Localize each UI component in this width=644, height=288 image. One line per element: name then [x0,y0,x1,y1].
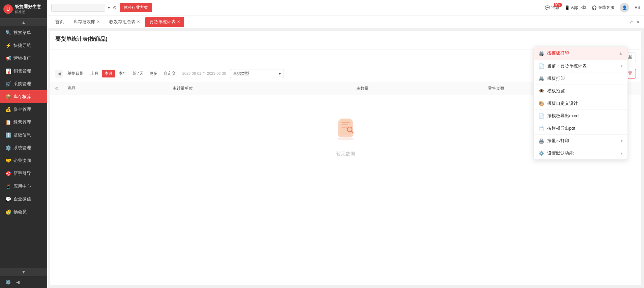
app-download-label: App下载 [571,5,586,10]
dropdown-title: 按模板打印 [547,50,569,56]
sidebar-item-purchase[interactable]: 🛒 采购管理 [0,77,47,90]
dropdown-export-excel[interactable]: 📄 按模板导出excel [534,110,627,122]
set-default-icon: ⚙️ [538,151,544,156]
sidebar-item-wechat[interactable]: 💬 企业微信 [0,193,47,205]
notification-badge: 99+ [554,3,562,7]
service-icon: 🎧 [592,5,597,10]
dropdown-template-design[interactable]: 🎨 模板自定义设计 [534,97,627,110]
tab-close-order-stats[interactable]: ✕ [177,20,180,24]
search-icon: 🔍 [5,30,11,35]
tab-receipt-summary[interactable]: 收发存汇总表 ✕ [105,17,144,27]
sidebar-item-operation[interactable]: 📋 经营管理 [0,116,47,129]
date-btn-this-year[interactable]: 本年 [116,70,129,77]
app-logo-text: 畅捷通好生意 标准版 [15,4,41,14]
app-download-btn[interactable]: 📱 App下载 [565,5,586,10]
type-filter-label: 单据类型 [233,71,249,76]
col-product: 商品 [63,82,169,95]
settings-icon[interactable]: ⚙️ [5,280,11,285]
type-filter-select[interactable]: 单据类型 ▾ [230,69,284,78]
sidebar-item-label: 销售管理 [13,68,31,74]
tab-close-receipt-summary[interactable]: ✕ [137,20,140,24]
dropdown-display-print[interactable]: 🖨️ 按显示打印 ▾ [534,135,627,147]
user-name[interactable]: Rit [635,5,640,10]
tab-batch-account[interactable]: 库存批次账 ✕ [69,17,104,27]
online-service-btn[interactable]: 🎧 在线客服 [592,5,614,10]
topbar-search-input[interactable] [51,4,105,12]
topbar-right: 💬 消息 99+ 📱 App下载 🎧 在线客服 👤 Rit [545,3,640,12]
sidebar-item-label: 快捷导航 [13,42,31,49]
display-print-icon: 🖨️ [538,138,544,143]
money-icon: 💰 [5,107,11,112]
date-btn-7days[interactable]: 近7天 [130,70,146,77]
date-buttons: 上月 本月 本年 近7天 更多 自定义 [88,70,178,77]
handshake-icon: 🤝 [5,158,11,163]
dropdown-template-preview[interactable]: 👁️ 模板预览 [534,85,627,97]
sidebar-item-sales[interactable]: 📊 销售管理 [0,65,47,77]
col-unit: 主计量单位 [169,82,352,95]
online-service-label: 在线客服 [598,5,614,10]
col-qty: 主数量 [352,82,484,95]
template-design-icon: 🎨 [538,101,544,106]
sidebar-item-inventory[interactable]: 📦 库存核算 [0,90,47,103]
sidebar-item-label: 应用中心 [13,183,31,189]
target-icon: 🎯 [5,171,11,176]
sidebar-item-cooperation[interactable]: 🤝 企业协同 [0,154,47,167]
tab-close-all-icon[interactable]: ✕ [636,19,640,25]
sidebar-item-member[interactable]: 👑 畅会员 [0,205,47,218]
sidebar-item-label: 系统管理 [13,145,31,151]
sidebar-item-finance[interactable]: 💰 资金管理 [0,103,47,116]
dropdown-template-print[interactable]: 🖨️ 模板打印 [534,72,627,85]
sidebar-nav: 🔍 搜索菜单 ⚡ 快捷导航 📢 营销推广 📊 销售管理 🛒 采购管理 📦 库存核… [0,26,47,268]
sidebar-item-guide[interactable]: 🎯 新手引导 [0,167,47,180]
sidebar-item-system[interactable]: ⚙️ 系统管理 [0,141,47,154]
wechat-icon: 💬 [5,196,11,202]
date-btn-last-month[interactable]: 上月 [88,70,101,77]
sidebar-footer: ⚙️ ◀ [0,276,47,288]
export-excel-icon: 📄 [538,113,544,119]
dropdown-current-template[interactable]: 📄 当前：要货单统计表 ▾ [534,60,627,72]
user-avatar[interactable]: 👤 [620,3,629,12]
topbar-gear-icon[interactable]: ⚙ [113,5,117,10]
sidebar-item-label: 库存核算 [13,94,31,100]
notification-btn[interactable]: 💬 消息 99+ [545,5,559,10]
main-area: ▾ ⚙ 体验行业方案 💬 消息 99+ 📱 App下载 🎧 在线客服 👤 Rit [47,0,644,288]
dropdown-set-default[interactable]: ⚙️ 设置默认功能 ▾ [534,147,627,159]
cart-icon: 🛒 [5,81,11,87]
export-excel-label: 按模板导出excel [547,113,579,119]
date-btn-more[interactable]: 更多 [147,70,160,77]
app-logo-icon: U [3,4,13,14]
sidebar-item-search[interactable]: 🔍 搜索菜单 [0,26,47,39]
sidebar-item-label: 搜索菜单 [13,30,31,36]
template-design-label: 模板自定义设计 [547,100,578,106]
sidebar-item-apps[interactable]: 📱 应用中心 [0,180,47,193]
sidebar-item-basic[interactable]: ℹ️ 基础信息 [0,129,47,141]
scroll-down-btn[interactable]: ▼ [0,268,47,276]
sidebar-item-marketing[interactable]: 📢 营销推广 [0,52,47,65]
experience-btn[interactable]: 体验行业方案 [120,3,152,12]
dropdown-export-pdf[interactable]: 📄 按模板导出pdf [534,122,627,135]
tab-order-stats[interactable]: 要货单统计表 ✕ [145,17,184,27]
template-preview-label: 模板预览 [547,88,565,94]
dropdown-header-left: 🖨️ 按模板打印 [538,50,569,56]
scroll-up-btn[interactable]: ▲ [0,19,47,26]
topbar-dropdown-chevron[interactable]: ▾ [108,5,110,10]
dropdown-close-chevron[interactable]: ▲ [619,51,623,56]
empty-text: 暂无数据 [336,151,355,157]
tab-home[interactable]: 首页 [51,17,68,27]
svg-rect-5 [342,127,347,128]
print-dropdown: 🖨️ 按模板打印 ▲ 📄 当前：要货单统计表 ▾ 🖨️ 模板打印 👁️ 模板预览… [533,46,628,160]
current-template-icon: 📄 [538,63,544,69]
date-btn-this-month[interactable]: 本月 [102,70,115,77]
empty-icon [332,115,359,147]
filter-collapse-btn[interactable]: ◀ [55,70,63,78]
bell-icon: 💬 [545,5,550,10]
megaphone-icon: 📢 [5,56,11,61]
apps-icon: 📱 [5,184,11,189]
collapse-icon[interactable]: ◀ [16,280,20,285]
inventory-icon: 📦 [5,94,11,99]
sidebar-item-quick-nav[interactable]: ⚡ 快捷导航 [0,39,47,52]
date-btn-custom[interactable]: 自定义 [161,70,178,77]
tab-maximize-icon[interactable]: ⤢ [629,19,633,25]
tab-close-batch-account[interactable]: ✕ [97,20,100,24]
current-template-label: 当前：要货单统计表 [547,63,587,69]
